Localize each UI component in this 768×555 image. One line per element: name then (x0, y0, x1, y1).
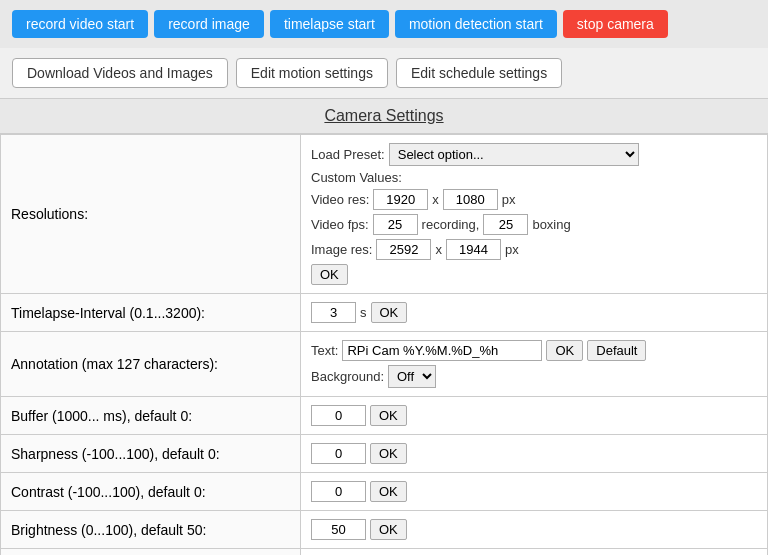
contrast-value-cell: OK (301, 473, 768, 511)
video-fps-input[interactable] (373, 214, 418, 235)
sharpness-input[interactable] (311, 443, 366, 464)
stop-camera-button[interactable]: stop camera (563, 10, 668, 38)
record-image-button[interactable]: record image (154, 10, 264, 38)
contrast-ok-button[interactable]: OK (370, 481, 407, 502)
annotation-label: Annotation (max 127 characters): (1, 332, 301, 397)
annotation-value-cell: Text: OK Default Background: Off On (301, 332, 768, 397)
annotation-text-row: Text: OK Default (311, 340, 757, 361)
load-preset-row: Load Preset: Select option... (311, 143, 757, 166)
timelapse-unit: s (360, 305, 367, 320)
video-fps-label: Video fps: (311, 217, 369, 232)
buffer-row: OK (311, 405, 757, 426)
recording-label: recording, (422, 217, 480, 232)
table-row: Buffer (1000... ms), default 0: OK (1, 397, 768, 435)
sharpness-row: OK (311, 443, 757, 464)
video-res-y-input[interactable] (443, 189, 498, 210)
image-res-x-input[interactable] (376, 239, 431, 260)
timelapse-ok-button[interactable]: OK (371, 302, 408, 323)
record-video-start-button[interactable]: record video start (12, 10, 148, 38)
brightness-row: OK (311, 519, 757, 540)
resolutions-label: Resolutions: (1, 135, 301, 294)
brightness-input[interactable] (311, 519, 366, 540)
top-button-bar: record video start record image timelaps… (0, 0, 768, 48)
settings-table: Resolutions: Load Preset: Select option.… (0, 134, 768, 555)
buffer-value-cell: OK (301, 397, 768, 435)
image-res-unit: px (505, 242, 519, 257)
resolutions-value-cell: Load Preset: Select option... Custom Val… (301, 135, 768, 294)
sharpness-ok-button[interactable]: OK (370, 443, 407, 464)
table-row: Brightness (0...100), default 50: OK (1, 511, 768, 549)
brightness-value-cell: OK (301, 511, 768, 549)
resolutions-group: Load Preset: Select option... Custom Val… (311, 143, 757, 285)
brightness-ok-button[interactable]: OK (370, 519, 407, 540)
page-title-section: Camera Settings (0, 99, 768, 134)
image-res-y-input[interactable] (446, 239, 501, 260)
table-row: Saturation (-100...100), default 0: OK (1, 549, 768, 556)
buffer-ok-button[interactable]: OK (370, 405, 407, 426)
x-separator-2: x (435, 242, 442, 257)
table-row: Sharpness (-100...100), default 0: OK (1, 435, 768, 473)
custom-values-row: Custom Values: (311, 170, 757, 185)
edit-schedule-settings-button[interactable]: Edit schedule settings (396, 58, 562, 88)
brightness-label: Brightness (0...100), default 50: (1, 511, 301, 549)
x-separator: x (432, 192, 439, 207)
image-res-row: Image res: x px (311, 239, 757, 260)
boxing-label: boxing (532, 217, 570, 232)
custom-values-label: Custom Values: (311, 170, 402, 185)
buffer-label: Buffer (1000... ms), default 0: (1, 397, 301, 435)
load-preset-label: Load Preset: (311, 147, 385, 162)
video-res-unit: px (502, 192, 516, 207)
table-row: Contrast (-100...100), default 0: OK (1, 473, 768, 511)
timelapse-start-button[interactable]: timelapse start (270, 10, 389, 38)
timelapse-label: Timelapse-Interval (0.1...3200): (1, 294, 301, 332)
annotation-default-button[interactable]: Default (587, 340, 646, 361)
video-res-row: Video res: x px (311, 189, 757, 210)
annotation-bg-row: Background: Off On (311, 365, 757, 388)
timelapse-input[interactable] (311, 302, 356, 323)
video-res-label: Video res: (311, 192, 369, 207)
saturation-label: Saturation (-100...100), default 0: (1, 549, 301, 556)
annotation-bg-label: Background: (311, 369, 384, 384)
image-res-label: Image res: (311, 242, 372, 257)
sharpness-value-cell: OK (301, 435, 768, 473)
page-title: Camera Settings (324, 107, 443, 124)
annotation-text-label: Text: (311, 343, 338, 358)
secondary-button-bar: Download Videos and Images Edit motion s… (0, 48, 768, 99)
video-fps-row: Video fps: recording, boxing (311, 214, 757, 235)
annotation-text-input[interactable] (342, 340, 542, 361)
motion-detection-start-button[interactable]: motion detection start (395, 10, 557, 38)
annotation-group: Text: OK Default Background: Off On (311, 340, 757, 388)
edit-motion-settings-button[interactable]: Edit motion settings (236, 58, 388, 88)
timelapse-row: s OK (311, 302, 757, 323)
video-res-x-input[interactable] (373, 189, 428, 210)
contrast-label: Contrast (-100...100), default 0: (1, 473, 301, 511)
table-row: Annotation (max 127 characters): Text: O… (1, 332, 768, 397)
table-row: Resolutions: Load Preset: Select option.… (1, 135, 768, 294)
annotation-ok-button[interactable]: OK (546, 340, 583, 361)
download-button[interactable]: Download Videos and Images (12, 58, 228, 88)
table-row: Timelapse-Interval (0.1...3200): s OK (1, 294, 768, 332)
video-fps-boxing-input[interactable] (483, 214, 528, 235)
saturation-value-cell: OK (301, 549, 768, 556)
preset-select[interactable]: Select option... (389, 143, 639, 166)
buffer-input[interactable] (311, 405, 366, 426)
resolutions-ok-button[interactable]: OK (311, 264, 348, 285)
resolutions-ok-row: OK (311, 264, 757, 285)
contrast-row: OK (311, 481, 757, 502)
contrast-input[interactable] (311, 481, 366, 502)
annotation-bg-select[interactable]: Off On (388, 365, 436, 388)
sharpness-label: Sharpness (-100...100), default 0: (1, 435, 301, 473)
timelapse-value-cell: s OK (301, 294, 768, 332)
